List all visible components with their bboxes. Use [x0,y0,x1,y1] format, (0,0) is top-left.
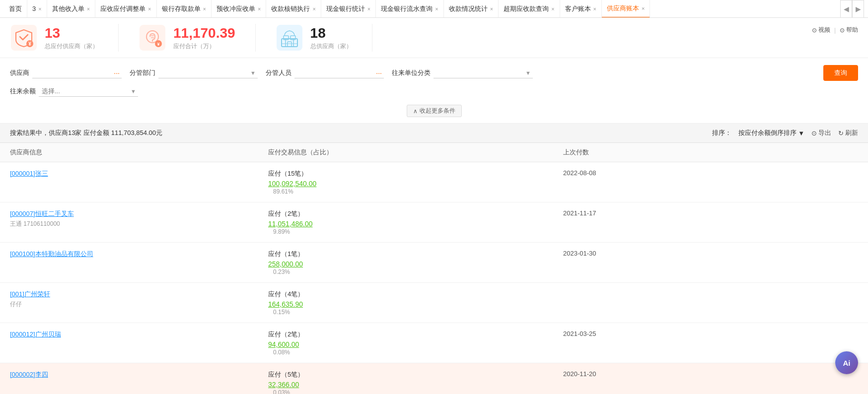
dept-dropdown-arrow-icon[interactable]: ▼ [248,70,258,76]
tx-amount[interactable]: 258,000.00 [268,260,563,268]
results-bar: 搜索结果中，供应商13家 应付金额 111,703,854.00元 排序： 按应… [0,124,868,143]
supplier-cell: [000100]本特勤油品有限公司 [10,250,268,259]
supplier-cell: [000001]张三 [10,169,268,178]
supplier-link[interactable]: [000001]张三 [10,170,48,177]
table-row: [001]广州荣轩 仔仔 应付（4笔） 164,635.90 0.15% [0,283,868,323]
supplier-link[interactable]: [000007]恒旺二手叉车 [10,210,74,217]
person-dots-icon[interactable]: ··· [374,69,384,77]
nav-tab-overdue[interactable]: 超期应收款查询 × [499,0,560,18]
transaction-info: 应付（4笔） 164,635.90 0.15% [268,290,563,316]
balance-dropdown-arrow-icon[interactable]: ▼ [129,88,138,94]
tx-amount[interactable]: 100,092,540.00 [268,180,563,188]
tx-percent: 0.08% [273,349,290,356]
svg-text:¥: ¥ [157,42,159,47]
stat-block-payable-suppliers: ¥ 13 总应付供应商（家） [10,24,119,52]
tx-percent: 89.61% [273,188,293,195]
export-button[interactable]: ⊙ 导出 [811,129,831,137]
ai-assistant-button[interactable]: Ai [835,351,858,374]
last-payment: 2021-11-17 [563,209,858,217]
close-icon[interactable]: × [38,6,41,12]
dept-label: 分管部门 [130,68,155,77]
nav-tab-label: 应收应付调整单 [100,4,145,13]
balance-label: 往来余额 [10,87,36,96]
nav-tab-3[interactable]: 3 × [27,0,47,18]
balance-input[interactable] [39,86,129,96]
tx-label: 应付（2笔） [268,330,304,338]
supplier-link[interactable]: [001]广州荣轩 [10,290,50,298]
person-input[interactable] [294,67,374,78]
transaction-info: 应付（1笔） 258,000.00 0.23% [268,250,563,275]
category-input[interactable] [434,67,523,78]
nav-tab-label: 客户账本 [565,4,591,13]
table-row: [000007]恒旺二手叉车 王通 17106110000 应付（2笔） 11,… [0,202,868,243]
dept-select-container: ▼ [158,67,258,78]
supplier-sub: 王通 17106110000 [10,220,268,228]
tx-amount[interactable]: 164,635.90 [268,300,563,308]
last-payment: 2022-08-08 [563,169,858,177]
close-icon[interactable]: × [203,6,206,12]
nav-tab-cash-stats[interactable]: 现金银行统计 × [321,0,376,18]
nav-tab-other-income[interactable]: 其他收入单 × [47,0,95,18]
last-payment: 2021-03-25 [563,330,858,337]
tx-label: 应付（2笔） [268,210,304,217]
payable-suppliers-number: 13 [45,25,98,42]
supplier-dots-icon[interactable]: ··· [112,69,122,77]
transaction-info: 应付（2笔） 11,051,486.00 9.89% [268,209,563,235]
col-supplier-info: 供应商信息 [10,148,268,157]
nav-next-arrow[interactable]: ▶ [852,0,864,18]
tx-label: 应付（1笔） [268,250,304,258]
supplier-input[interactable] [32,67,112,78]
person-input-container: ··· [294,67,384,78]
tx-amount[interactable]: 11,051,486.00 [268,220,563,228]
nav-tab-home[interactable]: 首页 [4,0,27,18]
close-icon[interactable]: × [367,6,370,12]
nav-tab-label: 预收冲应收单 [217,4,255,13]
refresh-button[interactable]: ↻ 刷新 [838,129,858,137]
close-icon[interactable]: × [435,6,438,12]
supplier-link[interactable]: [000002]李四 [10,371,48,378]
nav-tab-collection-stats[interactable]: 收款情况统计 × [444,0,499,18]
supplier-cell: [000012]广州贝瑞 [10,330,268,339]
payable-total-icon: ¥ [139,24,166,52]
query-button[interactable]: 查询 [823,65,858,81]
nav-tab-cash-flow[interactable]: 现金银行流水查询 × [376,0,443,18]
dept-input[interactable] [158,67,248,78]
nav-tab-label: 现金银行流水查询 [381,4,433,13]
nav-tab-customer-ledger[interactable]: 客户账本 × [560,0,602,18]
nav-tab-label: 首页 [9,4,22,13]
close-icon[interactable]: × [312,6,315,12]
sort-dropdown-arrow-icon: ▼ [798,130,804,137]
form-row-1: 供应商 ··· 分管部门 ▼ 分管人员 ··· 往来单位分类 [10,65,858,81]
category-dropdown-arrow-icon[interactable]: ▼ [523,70,533,76]
nav-scroll-arrows: ◀ ▶ [840,0,864,18]
close-icon[interactable]: × [258,6,261,12]
table-row: [000012]广州贝瑞 应付（2笔） 94,600.00 0.08% 2021… [0,323,868,363]
nav-tab-adjust[interactable]: 应收应付调整单 × [95,0,156,18]
nav-tab-label: 供应商账本 [607,4,639,13]
supplier-sub: 仔仔 [10,300,268,309]
close-icon[interactable]: × [593,6,596,12]
collapse-button[interactable]: ∧ 收起更多条件 [407,105,462,117]
help-link[interactable]: ⊙ 帮助 [840,26,858,34]
nav-tab-label: 收款情况统计 [449,4,488,13]
close-icon[interactable]: × [87,6,90,12]
sort-button[interactable]: 按应付余额倒序排序 ▼ [738,129,804,137]
nav-tab-collection[interactable]: 收款核销执行 × [266,0,321,18]
supplier-link[interactable]: [000012]广州贝瑞 [10,330,61,338]
tx-amount[interactable]: 94,600.00 [268,340,563,348]
nav-prev-arrow[interactable]: ◀ [840,0,852,18]
supplier-link[interactable]: [000100]本特勤油品有限公司 [10,250,93,258]
nav-tab-supplier-ledger[interactable]: 供应商账本 × [602,0,650,18]
close-icon[interactable]: × [490,6,493,12]
table-header: 供应商信息 应付交易信息（占比） 上次付数 [0,143,868,162]
stat-text-total-suppliers: 18 总供应商（家） [310,25,352,51]
close-icon[interactable]: × [551,6,554,12]
nav-tab-prepay[interactable]: 预收冲应收单 × [212,0,266,18]
close-icon[interactable]: × [148,6,151,12]
nav-tab-bank-deposit[interactable]: 银行存取款单 × [157,0,212,18]
stat-text-payable-suppliers: 13 总应付供应商（家） [45,25,98,51]
tx-amount[interactable]: 32,366.00 [268,381,563,389]
video-link[interactable]: ⊙ 视频 [812,26,830,34]
stat-text-payable-total: 11,170.39 应付合计（万） [173,25,235,51]
close-icon[interactable]: × [642,5,645,11]
